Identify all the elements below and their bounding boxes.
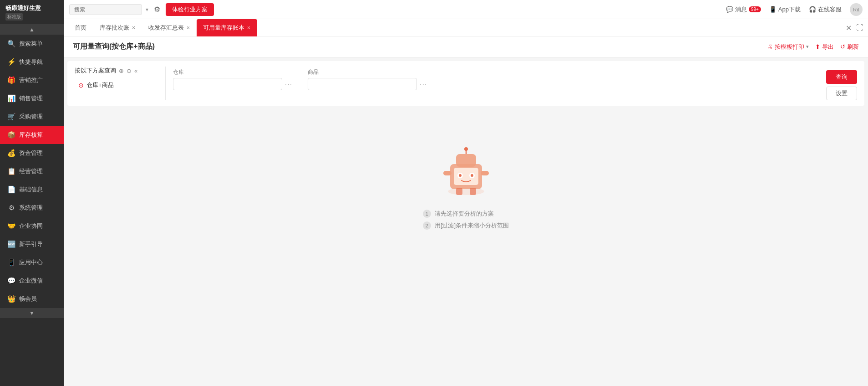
filter-option-warehouse-product[interactable]: ⊙ 仓库+商品 bbox=[75, 78, 158, 92]
sidebar-item-finance[interactable]: 💰 资金管理 bbox=[0, 144, 64, 162]
chart-icon: 📊 bbox=[7, 94, 15, 103]
set-scheme-icon[interactable]: ⊙ bbox=[127, 67, 132, 74]
gift-icon: 🎁 bbox=[7, 76, 15, 84]
message-badge: 99+ bbox=[749, 6, 761, 12]
sidebar-brand: 畅康通好生意 标准版 bbox=[0, 0, 64, 25]
print-label: 按模板打印 bbox=[775, 43, 804, 51]
sidebar-scroll-up[interactable]: ▲ bbox=[0, 25, 64, 35]
sidebar-item-basicinfo[interactable]: 📄 基础信息 bbox=[0, 180, 64, 199]
product-more-icon[interactable]: ··· bbox=[420, 80, 427, 88]
svg-rect-11 bbox=[481, 171, 489, 175]
hint-row-1: 1 请先选择要分析的方案 bbox=[423, 210, 509, 218]
user-avatar[interactable]: Rit bbox=[850, 3, 863, 16]
brand-name: 畅康通好生意 bbox=[5, 5, 58, 12]
sidebar-item-system[interactable]: ⚙ 系统管理 bbox=[0, 199, 64, 217]
sidebar-label-inventory: 库存核算 bbox=[19, 131, 43, 139]
close-all-icon[interactable]: ✕ bbox=[846, 23, 852, 32]
sidebar-label-coop: 企业协同 bbox=[19, 222, 43, 230]
sidebar-label-newguide: 新手引导 bbox=[19, 240, 43, 248]
export-label: 导出 bbox=[822, 43, 834, 51]
hint-row-2: 2 用[过滤]条件来缩小分析范围 bbox=[423, 221, 509, 230]
query-actions: 查询 设置 bbox=[826, 68, 857, 100]
warehouse-label: 仓库 bbox=[173, 68, 300, 76]
product-input[interactable] bbox=[308, 78, 417, 90]
box-icon: 📦 bbox=[7, 131, 15, 139]
sidebar-item-marketing[interactable]: 🎁 营销推广 bbox=[0, 71, 64, 89]
empty-hints: 1 请先选择要分析的方案 2 用[过滤]条件来缩小分析范围 bbox=[423, 210, 509, 230]
filter-left: 按以下方案查询 ⊕ ⊙ « ⊙ 仓库+商品 bbox=[75, 67, 166, 100]
dot-icon: ⊙ bbox=[78, 82, 84, 89]
sidebar-item-operations[interactable]: 📋 经营管理 bbox=[0, 162, 64, 180]
sidebar-label-sales: 销售管理 bbox=[19, 94, 43, 103]
settings-button[interactable]: 设置 bbox=[826, 87, 857, 100]
sidebar-item-shortcut[interactable]: ⚡ 快捷导航 bbox=[0, 53, 64, 71]
svg-rect-7 bbox=[456, 154, 476, 167]
sidebar-item-coop[interactable]: 🤝 企业协同 bbox=[0, 217, 64, 235]
tabs-bar: 首页 库存批次账 × 收发存汇总表 × 可用量库存账本 × ✕ ⛶ bbox=[64, 19, 868, 36]
search-input[interactable] bbox=[69, 4, 142, 15]
sidebar-item-inventory[interactable]: 📦 库存核算 bbox=[0, 126, 64, 144]
chevron-down-icon[interactable]: ▾ bbox=[146, 6, 148, 13]
export-icon: ⬆ bbox=[815, 43, 820, 50]
hint-text-2: 用[过滤]条件来缩小分析范围 bbox=[435, 221, 509, 230]
sidebar-item-member[interactable]: 👑 畅会员 bbox=[0, 290, 64, 308]
headset-icon: 🎧 bbox=[809, 6, 816, 13]
sidebar-item-appcenter[interactable]: 📱 应用中心 bbox=[0, 253, 64, 272]
tab-available-ledger[interactable]: 可用量库存账本 × bbox=[197, 19, 257, 36]
money-icon: 💰 bbox=[7, 149, 15, 157]
tab-collect-ledger[interactable]: 收发存汇总表 × bbox=[142, 19, 197, 36]
warehouse-more-icon[interactable]: ··· bbox=[285, 80, 292, 88]
sidebar-item-newguide[interactable]: 🆕 新手引导 bbox=[0, 235, 64, 253]
sidebar-label-wechat: 企业微信 bbox=[19, 277, 43, 285]
sidebar-label-operations: 经营管理 bbox=[19, 167, 43, 175]
wechat-icon: 💬 bbox=[7, 277, 15, 285]
print-chevron-icon: ▾ bbox=[806, 44, 809, 50]
app-download-label: App下载 bbox=[778, 5, 801, 14]
sidebar-item-search[interactable]: 🔍 搜索菜单 bbox=[0, 35, 64, 53]
print-button[interactable]: 🖨 按模板打印 ▾ bbox=[767, 43, 809, 51]
warehouse-input[interactable] bbox=[173, 78, 282, 90]
export-button[interactable]: ⬆ 导出 bbox=[815, 43, 834, 51]
trial-button[interactable]: 体验行业方案 bbox=[166, 3, 214, 16]
main-container: ▾ ⚙ 体验行业方案 💬 消息 99+ 📱 App下载 🎧 在线客服 Rit bbox=[64, 0, 868, 386]
refresh-button[interactable]: ↺ 刷新 bbox=[840, 43, 859, 51]
message-label: 消息 bbox=[735, 5, 747, 14]
operations-icon: 📋 bbox=[7, 167, 15, 175]
sidebar-item-wechat[interactable]: 💬 企业微信 bbox=[0, 272, 64, 290]
filter-section-label: 按以下方案查询 ⊕ ⊙ « bbox=[75, 67, 158, 75]
tab-batch-ledger[interactable]: 库存批次账 × bbox=[93, 19, 142, 36]
collapse-icon[interactable]: « bbox=[134, 67, 137, 74]
settings-icon[interactable]: ⚙ bbox=[154, 5, 160, 14]
svg-rect-2 bbox=[454, 168, 478, 185]
page-header-actions: 🖨 按模板打印 ▾ ⬆ 导出 ↺ 刷新 bbox=[767, 43, 859, 51]
page-title: 可用量查询(按仓库+商品) bbox=[73, 42, 155, 51]
sidebar-scroll-down[interactable]: ▼ bbox=[0, 308, 64, 318]
close-collect-ledger-icon[interactable]: × bbox=[187, 25, 190, 31]
close-available-ledger-icon[interactable]: × bbox=[247, 25, 250, 31]
hint-num-2: 2 bbox=[423, 221, 431, 230]
message-icon: 💬 bbox=[726, 6, 733, 13]
app-download-button[interactable]: 📱 App下载 bbox=[769, 5, 801, 14]
tab-home[interactable]: 首页 bbox=[68, 19, 93, 36]
svg-point-9 bbox=[464, 147, 468, 151]
sidebar-label-system: 系统管理 bbox=[19, 204, 43, 212]
message-button[interactable]: 💬 消息 99+ bbox=[726, 5, 761, 14]
sidebar-label-member: 畅会员 bbox=[19, 295, 37, 303]
search-icon: 🔍 bbox=[7, 40, 15, 48]
svg-rect-10 bbox=[443, 171, 452, 175]
tab-batch-ledger-label: 库存批次账 bbox=[100, 24, 129, 32]
empty-state: 1 请先选择要分析的方案 2 用[过滤]条件来缩小分析范围 bbox=[64, 109, 868, 248]
refresh-label: 刷新 bbox=[847, 43, 859, 51]
sidebar-item-purchase[interactable]: 🛒 采购管理 bbox=[0, 108, 64, 126]
sidebar-item-sales[interactable]: 📊 销售管理 bbox=[0, 89, 64, 108]
close-batch-ledger-icon[interactable]: × bbox=[132, 25, 135, 31]
hint-text-1: 请先选择要分析的方案 bbox=[435, 210, 494, 218]
svg-point-6 bbox=[471, 174, 473, 177]
page-header: 可用量查询(按仓库+商品) 🖨 按模板打印 ▾ ⬆ 导出 ↺ 刷新 bbox=[64, 36, 868, 57]
online-service-button[interactable]: 🎧 在线客服 bbox=[809, 5, 842, 14]
query-button[interactable]: 查询 bbox=[826, 70, 857, 84]
expand-icon[interactable]: ⛶ bbox=[856, 24, 863, 32]
print-icon: 🖨 bbox=[767, 43, 773, 50]
product-field-row: ··· bbox=[308, 78, 435, 90]
add-scheme-icon[interactable]: ⊕ bbox=[119, 67, 124, 74]
